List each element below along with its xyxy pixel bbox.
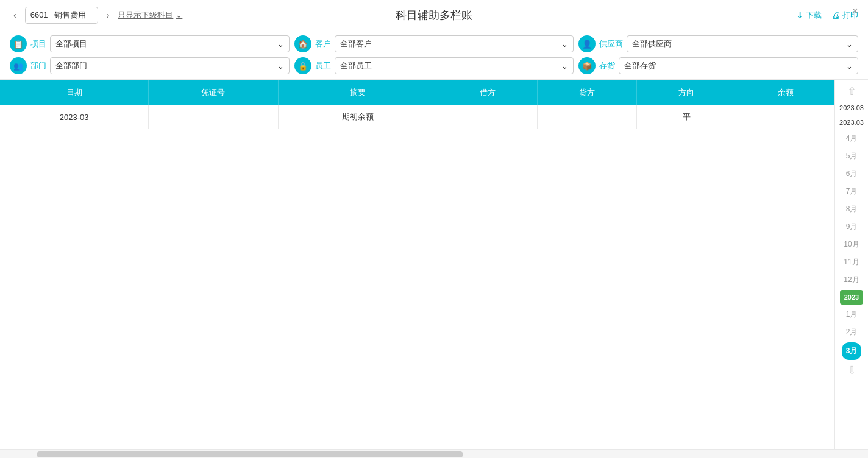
supplier-icon: 👤	[578, 35, 596, 52]
col-summary: 摘要	[278, 80, 438, 105]
account-name: 销售费用	[54, 10, 86, 19]
cell-voucher	[149, 105, 279, 129]
timeline-year-2023[interactable]: 2023	[840, 290, 863, 305]
timeline-month-6[interactable]: 6月	[835, 165, 868, 183]
dept-chevron-icon: ⌄	[277, 62, 284, 71]
page-title: 科目辅助多栏账	[396, 8, 472, 23]
dept-select-wrapper[interactable]: 全部部门 ⌄	[50, 57, 290, 74]
inventory-select-wrapper[interactable]: 全部存货 ⌄	[619, 57, 858, 74]
main-content: 日期 凭证号 摘要 借方 贷方 方向 余额 2023-03 期初余额	[0, 80, 868, 449]
scrollbar-area[interactable]	[0, 449, 868, 458]
prev-account-button[interactable]: ‹	[10, 9, 20, 21]
employee-chevron-icon: ⌄	[561, 62, 568, 71]
print-icon: 🖨	[831, 10, 840, 20]
project-chevron-icon: ⌄	[277, 40, 284, 49]
next-account-button[interactable]: ›	[103, 9, 113, 21]
customer-icon: 🏠	[294, 35, 311, 52]
timeline-month-11[interactable]: 11月	[835, 253, 868, 271]
col-voucher: 凭证号	[149, 80, 279, 105]
col-credit: 贷方	[537, 80, 636, 105]
cell-balance	[736, 105, 834, 129]
chevron-down-icon: ⌄	[176, 10, 182, 19]
employee-label: 员工	[315, 60, 331, 71]
scroll-thumb[interactable]	[37, 451, 463, 457]
account-code: 6601	[30, 10, 48, 19]
supplier-chevron-icon: ⌄	[846, 40, 853, 49]
side-timeline: ⇧ 2023.03 2023.03 4月 5月 6月 7月 8月 9月 10月 …	[834, 80, 868, 449]
inventory-label: 存货	[599, 60, 615, 71]
dept-label: 部门	[30, 60, 46, 71]
timeline-month-2[interactable]: 2月	[835, 323, 868, 341]
customer-select-value: 全部客户	[340, 38, 372, 49]
customer-select-wrapper[interactable]: 全部客户 ⌄	[335, 35, 574, 52]
project-label: 项目	[30, 38, 46, 49]
timeline-selected-top2[interactable]: 2023.03	[835, 115, 868, 130]
customer-chevron-icon: ⌄	[561, 40, 568, 49]
filter-row-2: 👥 部门 全部部门 ⌄ 🔒 员工 全部员工 ⌄ 📦 存货	[10, 57, 858, 74]
title-left: ‹ 6601 销售费用 › 只显示下级科目 ⌄	[10, 7, 182, 24]
filter-row-1: 📋 项目 全部项目 ⌄ 🏠 客户 全部客户 ⌄ 👤 供应商	[10, 35, 858, 52]
project-select-value: 全部项目	[55, 38, 87, 49]
project-icon: 📋	[10, 35, 27, 52]
employee-select-wrapper[interactable]: 全部员工 ⌄	[335, 57, 574, 74]
cell-summary: 期初余额	[278, 105, 438, 129]
inventory-chevron-icon: ⌄	[846, 62, 853, 71]
filter-bar: 📋 项目 全部项目 ⌄ 🏠 客户 全部客户 ⌄ 👤 供应商	[0, 30, 868, 80]
download-icon: ⇓	[796, 10, 803, 20]
employee-filter-row: 🔒 员工 全部员工 ⌄	[294, 57, 574, 74]
dept-select-value: 全部部门	[55, 60, 87, 71]
cell-direction: 平	[636, 105, 736, 129]
cell-debit	[438, 105, 537, 129]
timeline-up-arrow[interactable]: ⇧	[845, 82, 859, 100]
customer-label: 客户	[315, 38, 331, 49]
col-balance: 余额	[736, 80, 834, 105]
main-window: ‹ 6601 销售费用 › 只显示下级科目 ⌄ 科目辅助多栏账 ⇓ 下载 🖨 打…	[0, 0, 868, 458]
cell-date: 2023-03	[0, 105, 149, 129]
timeline-down-arrow[interactable]: ⇩	[845, 361, 859, 379]
inventory-icon: 📦	[578, 57, 596, 74]
project-select-wrapper[interactable]: 全部项目 ⌄	[50, 35, 290, 52]
supplier-select-value: 全部供应商	[632, 38, 672, 49]
account-code-box: 6601 销售费用	[25, 7, 98, 24]
supplier-select-wrapper[interactable]: 全部供应商 ⌄	[627, 35, 858, 52]
col-debit: 借方	[438, 80, 537, 105]
dept-icon: 👥	[10, 57, 27, 74]
col-direction: 方向	[636, 80, 736, 105]
table-header-row: 日期 凭证号 摘要 借方 贷方 方向 余额	[0, 80, 834, 105]
inventory-select-value: 全部存货	[624, 60, 656, 71]
title-bar: ‹ 6601 销售费用 › 只显示下级科目 ⌄ 科目辅助多栏账 ⇓ 下载 🖨 打…	[0, 0, 868, 30]
download-button[interactable]: ⇓ 下载	[796, 10, 822, 21]
show-sub-filter[interactable]: 只显示下级科目 ⌄	[118, 10, 182, 21]
timeline-month-3-active[interactable]: 3月	[842, 342, 861, 360]
timeline-month-7[interactable]: 7月	[835, 183, 868, 200]
table-area[interactable]: 日期 凭证号 摘要 借方 贷方 方向 余额 2023-03 期初余额	[0, 80, 834, 449]
inventory-filter-row: 📦 存货 全部存货 ⌄	[578, 57, 858, 74]
timeline-month-8[interactable]: 8月	[835, 200, 868, 218]
dept-filter-row: 👥 部门 全部部门 ⌄	[10, 57, 290, 74]
project-filter-row: 📋 项目 全部项目 ⌄	[10, 35, 290, 52]
timeline-month-1[interactable]: 1月	[835, 306, 868, 323]
supplier-filter-row: 👤 供应商 全部供应商 ⌄	[578, 35, 858, 52]
timeline-month-10[interactable]: 10月	[835, 236, 868, 253]
close-button[interactable]: ×	[852, 5, 858, 18]
employee-icon: 🔒	[294, 57, 311, 74]
timeline-month-9[interactable]: 9月	[835, 218, 868, 236]
timeline-selected-top1[interactable]: 2023.03	[835, 100, 868, 115]
employee-select-value: 全部员工	[340, 60, 372, 71]
timeline-month-12[interactable]: 12月	[835, 271, 868, 289]
supplier-label: 供应商	[599, 38, 623, 49]
timeline-month-5[interactable]: 5月	[835, 147, 868, 165]
customer-filter-row: 🏠 客户 全部客户 ⌄	[294, 35, 574, 52]
timeline-month-4[interactable]: 4月	[835, 130, 868, 147]
table-row[interactable]: 2023-03 期初余额 平	[0, 105, 834, 129]
cell-credit	[537, 105, 636, 129]
title-right: ⇓ 下载 🖨 打印 ×	[796, 10, 858, 21]
ledger-table: 日期 凭证号 摘要 借方 贷方 方向 余额 2023-03 期初余额	[0, 80, 834, 129]
col-date: 日期	[0, 80, 149, 105]
